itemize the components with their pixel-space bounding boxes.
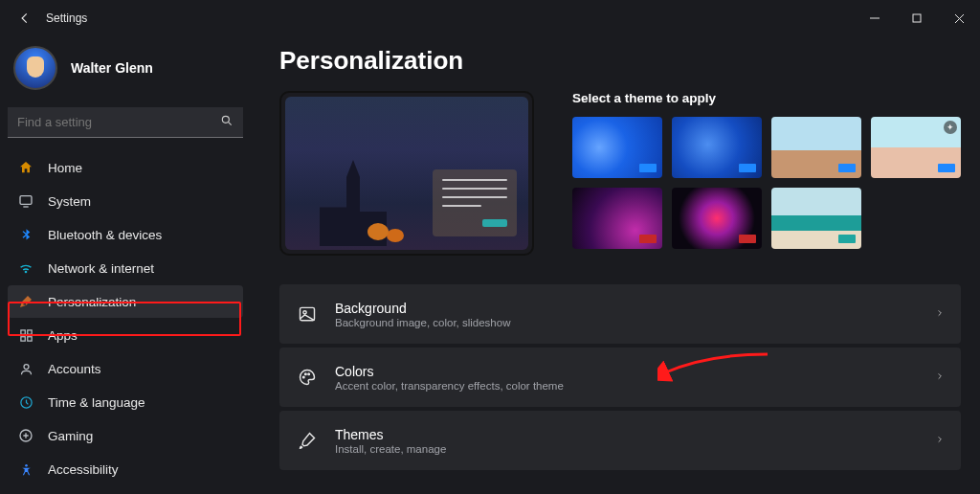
svg-rect-5 bbox=[27, 329, 31, 333]
titlebar: Settings bbox=[0, 0, 980, 36]
search-box[interactable] bbox=[8, 107, 243, 138]
chevron-right-icon bbox=[936, 434, 944, 448]
svg-point-16 bbox=[308, 373, 310, 375]
setting-row-colors[interactable]: Colors Accent color, transparency effect… bbox=[279, 348, 961, 407]
window-title: Settings bbox=[46, 11, 87, 25]
theme-card[interactable] bbox=[672, 188, 762, 249]
personalization-icon bbox=[17, 293, 34, 310]
spotlight-icon: ✦ bbox=[944, 121, 957, 134]
home-icon bbox=[17, 159, 34, 176]
sidebar-item-network[interactable]: Network & internet bbox=[8, 252, 243, 284]
sidebar-item-label: Gaming bbox=[48, 429, 93, 443]
svg-point-11 bbox=[25, 463, 28, 466]
setting-subtitle: Install, create, manage bbox=[335, 443, 446, 455]
setting-subtitle: Accent color, transparency effects, colo… bbox=[335, 380, 564, 392]
window-controls bbox=[854, 3, 980, 34]
back-button[interactable] bbox=[11, 5, 38, 32]
sidebar-item-gaming[interactable]: Gaming bbox=[8, 419, 243, 452]
setting-title: Background bbox=[335, 301, 510, 316]
main-content: Personalization Select a theme to apply … bbox=[251, 36, 980, 494]
user-profile[interactable]: Walter Glenn bbox=[8, 40, 243, 103]
sidebar-item-label: Time & language bbox=[48, 395, 145, 410]
theme-card[interactable]: ✦ bbox=[871, 117, 961, 178]
sidebar-item-label: Personalization bbox=[48, 295, 136, 309]
network-icon bbox=[17, 259, 34, 277]
svg-point-15 bbox=[305, 373, 307, 375]
sidebar: Walter Glenn Home System bbox=[0, 36, 251, 494]
svg-point-2 bbox=[222, 116, 229, 123]
sidebar-item-system[interactable]: System bbox=[8, 185, 243, 217]
sidebar-item-label: Home bbox=[48, 161, 82, 175]
sidebar-item-apps[interactable]: Apps bbox=[8, 319, 243, 351]
nav-list: Home System Bluetooth & devices Network … bbox=[8, 151, 243, 485]
svg-rect-7 bbox=[27, 336, 31, 340]
page-title: Personalization bbox=[279, 46, 961, 76]
theme-card[interactable] bbox=[771, 117, 861, 178]
accessibility-icon bbox=[17, 460, 34, 478]
sidebar-item-home[interactable]: Home bbox=[8, 151, 243, 184]
chevron-right-icon bbox=[936, 307, 944, 322]
setting-row-themes[interactable]: Themes Install, create, manage bbox=[279, 411, 961, 470]
accounts-icon bbox=[17, 360, 34, 377]
sidebar-item-label: Accessibility bbox=[48, 462, 119, 477]
sidebar-item-accounts[interactable]: Accounts bbox=[8, 352, 243, 385]
themes-grid: ✦ bbox=[572, 117, 961, 249]
theme-card[interactable] bbox=[572, 188, 662, 249]
setting-title: Colors bbox=[335, 364, 564, 379]
setting-subtitle: Background image, color, slideshow bbox=[335, 317, 510, 328]
sidebar-item-label: Apps bbox=[48, 328, 78, 343]
maximize-button[interactable] bbox=[896, 3, 938, 34]
svg-point-13 bbox=[303, 311, 306, 314]
sidebar-item-personalization[interactable]: Personalization bbox=[8, 285, 243, 318]
theme-card[interactable] bbox=[572, 117, 662, 178]
user-name: Walter Glenn bbox=[71, 60, 153, 76]
sidebar-item-accessibility[interactable]: Accessibility bbox=[8, 453, 243, 485]
svg-rect-6 bbox=[20, 336, 24, 340]
sidebar-item-bluetooth[interactable]: Bluetooth & devices bbox=[8, 218, 243, 251]
apps-icon bbox=[17, 326, 34, 344]
sidebar-item-label: Network & internet bbox=[48, 261, 154, 276]
setting-row-background[interactable]: Background Background image, color, slid… bbox=[279, 284, 961, 344]
svg-rect-3 bbox=[20, 196, 32, 205]
image-icon bbox=[297, 303, 318, 325]
close-button[interactable] bbox=[938, 3, 980, 34]
sidebar-item-label: System bbox=[48, 194, 91, 209]
wallpaper-preview[interactable] bbox=[279, 91, 534, 256]
themes-label: Select a theme to apply bbox=[572, 91, 961, 105]
bluetooth-icon bbox=[17, 226, 34, 243]
brush-icon bbox=[297, 430, 318, 451]
gaming-icon bbox=[17, 427, 34, 444]
palette-icon bbox=[297, 367, 318, 388]
avatar bbox=[13, 46, 57, 90]
search-icon bbox=[220, 114, 234, 130]
theme-card[interactable] bbox=[672, 117, 762, 178]
themes-area: Select a theme to apply ✦ bbox=[572, 91, 961, 256]
theme-card[interactable] bbox=[771, 188, 861, 249]
sidebar-item-label: Bluetooth & devices bbox=[48, 228, 162, 242]
svg-point-8 bbox=[24, 364, 29, 369]
time-language-icon bbox=[17, 393, 34, 411]
setting-title: Themes bbox=[335, 427, 446, 442]
chevron-right-icon bbox=[936, 370, 944, 385]
svg-point-14 bbox=[302, 376, 304, 378]
sidebar-item-label: Accounts bbox=[48, 362, 101, 376]
system-icon bbox=[17, 192, 34, 210]
minimize-button[interactable] bbox=[854, 3, 896, 34]
svg-rect-4 bbox=[20, 329, 24, 333]
svg-rect-1 bbox=[913, 14, 921, 22]
sidebar-item-time-language[interactable]: Time & language bbox=[8, 386, 243, 418]
search-input[interactable] bbox=[17, 115, 220, 129]
